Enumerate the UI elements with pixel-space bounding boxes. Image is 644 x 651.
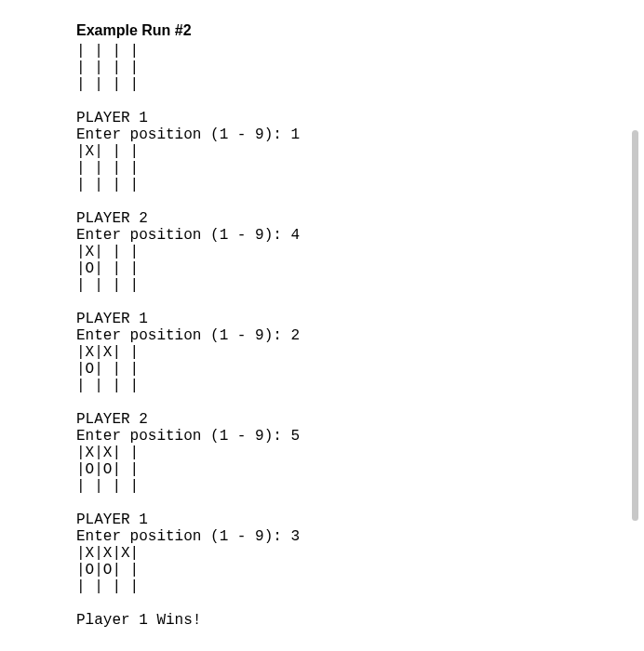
- board-row: | | | |: [76, 578, 549, 595]
- input-prompt: Enter position (1 - 9): 1: [76, 126, 549, 143]
- board-row: | | | |: [76, 177, 549, 193]
- initial-board-row: | | | |: [76, 76, 549, 93]
- board-row: |X| | |: [76, 143, 549, 160]
- board-row: |O| | |: [76, 260, 549, 277]
- player-label: PLAYER 1: [76, 512, 549, 528]
- board-row: | | | |: [76, 277, 549, 294]
- document-content: Example Run #2 | | | | | | | | | | | | P…: [0, 0, 549, 629]
- board-row: |X| | |: [76, 244, 549, 260]
- player-label: PLAYER 1: [76, 311, 549, 327]
- result-text: Player 1 Wins!: [76, 612, 549, 629]
- board-row: | | | |: [76, 478, 549, 495]
- initial-board-row: | | | |: [76, 43, 549, 60]
- board-row: |X|X|X|: [76, 545, 549, 562]
- board-row: | | | |: [76, 160, 549, 177]
- board-row: | | | |: [76, 378, 549, 394]
- player-label: PLAYER 2: [76, 210, 549, 227]
- player-label: PLAYER 2: [76, 411, 549, 428]
- initial-board-row: | | | |: [76, 60, 549, 76]
- board-row: |O|O| |: [76, 461, 549, 478]
- scrollbar-thumb[interactable]: [632, 130, 638, 521]
- heading: Example Run #2: [76, 22, 549, 39]
- player-label: PLAYER 1: [76, 110, 549, 126]
- board-row: |O| | |: [76, 361, 549, 378]
- input-prompt: Enter position (1 - 9): 5: [76, 428, 549, 445]
- board-row: |X|X| |: [76, 445, 549, 461]
- input-prompt: Enter position (1 - 9): 2: [76, 327, 549, 344]
- board-row: |X|X| |: [76, 344, 549, 361]
- input-prompt: Enter position (1 - 9): 4: [76, 227, 549, 244]
- board-row: |O|O| |: [76, 562, 549, 578]
- input-prompt: Enter position (1 - 9): 3: [76, 528, 549, 545]
